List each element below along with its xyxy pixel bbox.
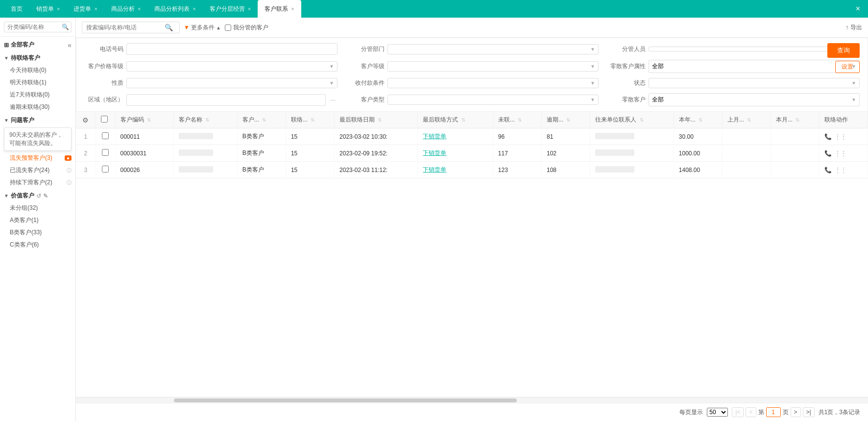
sidebar-item-churned[interactable]: 已流失客户(24) ⓘ [0,164,75,176]
filter-select-payment[interactable]: ▼ [387,78,599,88]
tab-close-customer-segment[interactable]: × [248,6,251,12]
filter-select-status[interactable]: ▼ [649,78,860,88]
col-checkbox[interactable] [96,112,115,128]
main-search-input[interactable] [86,24,165,31]
window-close-button[interactable]: × [852,2,864,15]
sidebar-item-today-pending[interactable]: 今天待联络(0) [0,64,75,76]
col-no-contact[interactable]: 未联... ⇅ [493,112,541,128]
chevron-down-icon: ▼ [590,97,595,102]
group-problem-customers[interactable]: ▼ 问题客户 [0,113,75,126]
col-name[interactable]: 客户名称 ⇅ [173,112,237,128]
my-customers-checkbox-label[interactable]: 我分管的客户 [225,24,268,32]
filter-select-price-level[interactable]: ▼ [126,61,338,72]
first-page-button[interactable]: |< [732,407,744,417]
action-contact-icon[interactable]: 📞 [824,133,832,140]
filter-input-region[interactable] [126,94,326,106]
tab-close-product-analysis-list[interactable]: × [193,6,195,12]
tab-product-analysis[interactable]: 商品分析 × [104,0,147,18]
cell-this-year: 1408.00 [674,162,722,178]
next-page-button[interactable]: > [791,407,801,417]
col-customer-type[interactable]: 客户... ⇅ [237,112,286,128]
filter-input-phone[interactable] [126,43,338,55]
cell-last-contact-method[interactable]: 下销货单 [418,128,493,145]
action-contact-icon[interactable]: 📞 [824,167,832,173]
col-overdue[interactable]: 逾期... ⇅ [542,112,590,128]
row-checkbox[interactable] [102,166,109,173]
sidebar-item-class-b[interactable]: B类客户(33) [0,226,75,239]
sidebar-search-icon: 🔍 [62,24,69,30]
action-more-icon[interactable]: ⋮⋮ [835,167,846,173]
tab-customer-segment[interactable]: 客户分层经营 × [203,0,258,18]
tab-close-customer-contact[interactable]: × [291,6,294,12]
sidebar-item-7days-pending[interactable]: 近7天待联络(0) [0,89,75,101]
filter-select-customer-level[interactable]: ▼ [387,61,599,72]
scrollbar-thumb[interactable] [174,398,517,402]
col-contact[interactable]: 联络... ⇅ [286,112,334,128]
action-more-icon[interactable]: ⋮⋮ [835,133,846,140]
tab-customer-contact[interactable]: 客户联系 × [258,0,301,18]
horizontal-scrollbar[interactable] [76,397,868,403]
sidebar-item-overdue-pending[interactable]: 逾期未联络(30) [0,101,75,113]
col-last-contact-date[interactable]: 最后联络日期 ⇅ [335,112,418,128]
cell-contact-person [590,145,674,162]
filter-select-person[interactable] [649,47,848,51]
select-all-checkbox[interactable] [101,116,108,123]
tab-home[interactable]: 首页 [4,0,29,18]
row-checkbox[interactable] [102,149,109,156]
sidebar-item-declining[interactable]: 持续下滑客户(2) ⓘ [0,176,75,189]
filter-select-nature[interactable]: ▼ [126,78,338,88]
current-page[interactable]: 1 [766,407,781,417]
tab-sales-order[interactable]: 销货单 × [29,0,67,18]
table-settings-icon[interactable]: ⚙ [82,116,89,124]
sidebar-item-ungrouped[interactable]: 未分组(32) [0,202,75,214]
filter-select-department[interactable]: ▼ [387,44,599,54]
cell-checkbox[interactable] [96,145,115,162]
col-contact-person[interactable]: 往来单位联系人 ⇅ [590,112,674,128]
sort-icon-date: ⇅ [378,117,382,123]
row-checkbox[interactable] [102,132,109,139]
cell-checkbox[interactable] [96,162,115,178]
col-settings[interactable]: ⚙ [76,112,96,128]
value-customers-edit[interactable]: ✎ [43,193,48,199]
cell-last-contact-method[interactable]: 下销货单 [418,162,493,178]
sidebar-item-tomorrow-pending[interactable]: 明天待联络(1) [0,76,75,89]
query-button[interactable]: 查询 [827,43,860,58]
col-last-contact-method[interactable]: 最后联络方式 ⇅ [418,112,493,128]
last-page-button[interactable]: >| [803,407,815,417]
more-conditions-button[interactable]: ▼ 更多条件 ▲ [184,24,221,32]
col-last-month[interactable]: 上月... ⇅ [722,112,771,128]
action-more-icon[interactable]: ⋮⋮ [835,150,846,157]
prev-page-button[interactable]: < [746,407,756,417]
content-area: 🔍 ▼ 更多条件 ▲ 我分管的客户 ↑ 导出 电话号码 [76,18,868,421]
tab-close-product-analysis[interactable]: × [138,6,141,12]
col-code[interactable]: 客户编码 ⇅ [115,112,173,128]
page-size-select[interactable]: 50 100 200 [707,408,728,417]
action-contact-icon[interactable]: 📞 [824,150,832,157]
sidebar-item-class-c[interactable]: C类客户(6) [0,239,75,251]
sidebar-collapse-btn[interactable]: « [68,41,72,49]
sidebar-item-class-a[interactable]: A类客户(1) [0,214,75,226]
cell-last-contact-method[interactable]: 下销货单 [418,145,493,162]
sidebar-item-churn-warning[interactable]: 流失预警客户(3) ● [0,152,75,164]
tab-purchase-order[interactable]: 进货单 × [67,0,104,18]
chevron-down-icon: ▲ [216,25,221,30]
filter-select-customer-type[interactable]: ▼ [387,95,599,105]
cell-checkbox[interactable] [96,128,115,145]
all-customers-header[interactable]: ⊞ 全部客户 « [0,37,75,51]
group-value-customers[interactable]: ▼ 价值客户 ↺ ✎ [0,189,75,202]
filter-more-region-btn[interactable]: ··· [329,97,338,103]
tab-product-analysis-list[interactable]: 商品分析列表 × [147,0,202,18]
col-this-month[interactable]: 本月... ⇅ [771,112,820,128]
chevron-down-icon: ▼ [851,80,856,86]
filter-select-retail-attr[interactable]: 全部 ▼ [649,60,860,73]
value-customers-refresh[interactable]: ↺ [36,193,41,199]
settings-button[interactable]: 设置 [835,61,860,73]
group-pending-contact[interactable]: ▼ 待联络客户 [0,51,75,64]
export-button[interactable]: ↑ 导出 [845,24,862,32]
col-this-year[interactable]: 本年... ⇅ [674,112,722,128]
filter-select-retail-customer[interactable]: 全部 ▼ [649,93,860,106]
tab-close-sales-order[interactable]: × [57,6,60,12]
my-customers-checkbox[interactable] [225,25,231,31]
tab-close-purchase-order[interactable]: × [94,6,97,12]
main-search-button[interactable]: 🔍 [165,24,173,31]
